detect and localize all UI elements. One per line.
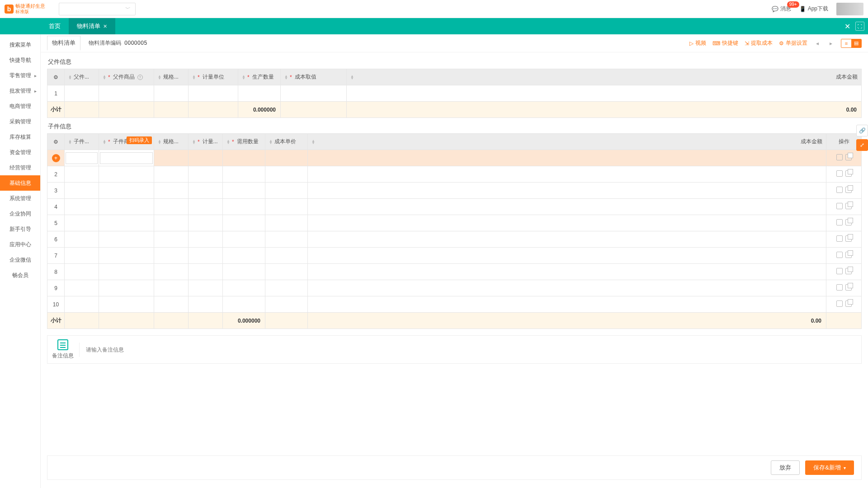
child-row[interactable]: 2 <box>47 166 862 183</box>
row-copy-icon[interactable] <box>845 219 852 225</box>
sidebar-item-purchase[interactable]: 采购管理 <box>0 114 40 129</box>
row-copy-icon[interactable] <box>845 187 852 193</box>
parent-col-qty[interactable]: ▲▼*生产数量 <box>238 69 281 85</box>
row-delete-icon[interactable] <box>836 252 843 258</box>
child-row[interactable]: 8 <box>47 264 862 280</box>
child-row[interactable]: 5 <box>47 215 862 231</box>
row-copy-icon[interactable] <box>845 300 852 307</box>
tab-home[interactable]: 首页 <box>41 18 69 34</box>
parent-header-row: ⚙ ▲▼父件... ▲▼*父件商品? ▲▼规格... ▲▼*计量单位 ▲▼*生产… <box>47 69 862 85</box>
sidebar-item-collab[interactable]: 企业协同 <box>0 206 40 221</box>
parent-col-gear[interactable]: ⚙ <box>47 69 65 85</box>
logo-icon: b <box>5 5 14 14</box>
sidebar-item-ops[interactable]: 经营管理 <box>0 160 40 175</box>
parent-col-amount[interactable]: ▲▼成本金额 <box>347 69 862 85</box>
discard-button[interactable]: 放弃 <box>771 460 800 475</box>
row-delete-icon[interactable] <box>836 154 843 160</box>
nav-next[interactable]: ▸ <box>827 40 835 47</box>
brand-logo: b 畅捷通好生意 标准版 <box>5 3 45 15</box>
row-delete-icon[interactable] <box>836 203 843 209</box>
sidebar-item-inventory[interactable]: 库存核算 <box>0 129 40 145</box>
gear-icon: ⚙ <box>53 139 58 145</box>
scan-entry-badge[interactable]: 扫码录入 <box>127 136 152 144</box>
tabbar-expand-button[interactable]: ⛶ <box>855 22 864 31</box>
workspace-selector[interactable]: ﹀ <box>59 3 136 15</box>
save-and-new-button[interactable]: 保存&新增▾ <box>805 460 854 475</box>
row-copy-icon[interactable] <box>845 252 852 258</box>
parent-col-code[interactable]: ▲▼父件... <box>65 69 99 85</box>
sidebar-item-quicknav[interactable]: 快捷导航 <box>0 52 40 68</box>
child-col-code[interactable]: ▲▼子件... <box>65 134 99 150</box>
sidebar-item-system[interactable]: 系统管理 <box>0 191 40 206</box>
view-form[interactable]: ▤ <box>851 39 861 47</box>
remark-input[interactable] <box>79 343 857 357</box>
child-row[interactable]: 3 <box>47 183 862 199</box>
tab-bom[interactable]: 物料清单 ✕ <box>69 18 115 34</box>
help-icon[interactable]: ? <box>137 75 143 80</box>
sidebar-item-wecom[interactable]: 企业微信 <box>0 252 40 267</box>
row-delete-icon[interactable] <box>836 235 843 242</box>
row-copy-icon[interactable] <box>845 170 852 177</box>
child-row-new[interactable]: + <box>47 150 862 166</box>
child-row[interactable]: 6 <box>47 231 862 248</box>
row-delete-icon[interactable] <box>836 284 843 291</box>
row-delete-icon[interactable] <box>836 300 843 307</box>
link-doc-setting[interactable]: ⚙单据设置 <box>779 39 807 47</box>
close-icon[interactable]: ✕ <box>103 23 107 29</box>
child-col-product[interactable]: ▲▼*子件商扫码录入 <box>99 134 154 150</box>
view-list[interactable]: ≡ <box>841 39 851 47</box>
sidebar-item-guide[interactable]: 新手引导 <box>0 221 40 237</box>
sidebar-item-funds[interactable]: 资金管理 <box>0 145 40 160</box>
child-col-gear[interactable]: ⚙ <box>47 134 65 150</box>
float-link-icon[interactable]: 🔗 <box>856 125 868 136</box>
parent-row-1[interactable]: 1 <box>47 85 862 102</box>
sidebar-item-basedata[interactable]: 基础信息 <box>0 175 40 191</box>
child-col-price[interactable]: ▲▼成本单价 <box>265 134 308 150</box>
link-hotkey[interactable]: ⌨快捷键 <box>712 39 738 47</box>
sidebar-item-appcenter[interactable]: 应用中心 <box>0 237 40 252</box>
sidebar-item-retail[interactable]: 零售管理▸ <box>0 68 40 83</box>
link-video[interactable]: ▷视频 <box>689 39 706 47</box>
sidebar-item-ecom[interactable]: 电商管理 <box>0 99 40 114</box>
messages-link[interactable]: 💬 消息 99+ <box>772 5 791 13</box>
user-avatar[interactable] <box>836 3 863 15</box>
child-code-input[interactable] <box>65 150 99 166</box>
row-delete-icon[interactable] <box>836 170 843 177</box>
page-tabbar: 首页 物料清单 ✕ ✕ ⛶ <box>0 18 868 34</box>
app-download-link[interactable]: 📱 App下载 <box>799 5 828 13</box>
row-copy-icon[interactable] <box>845 284 852 291</box>
add-row-button[interactable]: + <box>52 154 60 162</box>
child-row[interactable]: 4 <box>47 199 862 215</box>
nav-prev[interactable]: ◂ <box>814 40 821 47</box>
tabbar-close-button[interactable]: ✕ <box>843 22 852 31</box>
parent-col-spec[interactable]: ▲▼规格... <box>154 69 189 85</box>
parent-subtotal-label: 小计 <box>47 102 65 118</box>
child-col-unit[interactable]: ▲▼*计量... <box>189 134 223 150</box>
float-expand-icon[interactable]: ⤢ <box>856 139 868 151</box>
row-delete-icon[interactable] <box>836 268 843 274</box>
child-col-spec[interactable]: ▲▼规格... <box>154 134 189 150</box>
remark-row: 备注信息 <box>47 335 862 364</box>
child-product-input[interactable] <box>99 150 154 166</box>
parent-col-unit[interactable]: ▲▼*计量单位 <box>189 69 238 85</box>
sidebar-item-member[interactable]: 畅会员 <box>0 267 40 283</box>
keyboard-icon: ⌨ <box>712 40 720 47</box>
subtab-bom[interactable]: 物料清单 <box>47 36 80 51</box>
row-copy-icon[interactable] <box>845 154 852 160</box>
sidebar-item-search[interactable]: 搜索菜单 <box>0 37 40 52</box>
row-copy-icon[interactable] <box>845 268 852 274</box>
row-copy-icon[interactable] <box>845 235 852 242</box>
child-row[interactable]: 9 <box>47 280 862 296</box>
child-row[interactable]: 7 <box>47 248 862 264</box>
child-col-qty[interactable]: ▲▼*需用数量 <box>223 134 265 150</box>
row-delete-icon[interactable] <box>836 187 843 193</box>
parent-col-product[interactable]: ▲▼*父件商品? <box>99 69 154 85</box>
sidebar-item-wholesale[interactable]: 批发管理▸ <box>0 83 40 99</box>
child-row[interactable]: 10 <box>47 296 862 313</box>
link-extract-cost[interactable]: ⇲提取成本 <box>745 39 773 47</box>
parent-col-costmode[interactable]: ▲▼*成本取值 <box>281 69 347 85</box>
child-col-amount[interactable]: ▲▼成本金额 <box>308 134 826 150</box>
row-delete-icon[interactable] <box>836 219 843 225</box>
child-subtotal-row: 小计 0.000000 0.00 <box>47 313 862 329</box>
row-copy-icon[interactable] <box>845 203 852 209</box>
